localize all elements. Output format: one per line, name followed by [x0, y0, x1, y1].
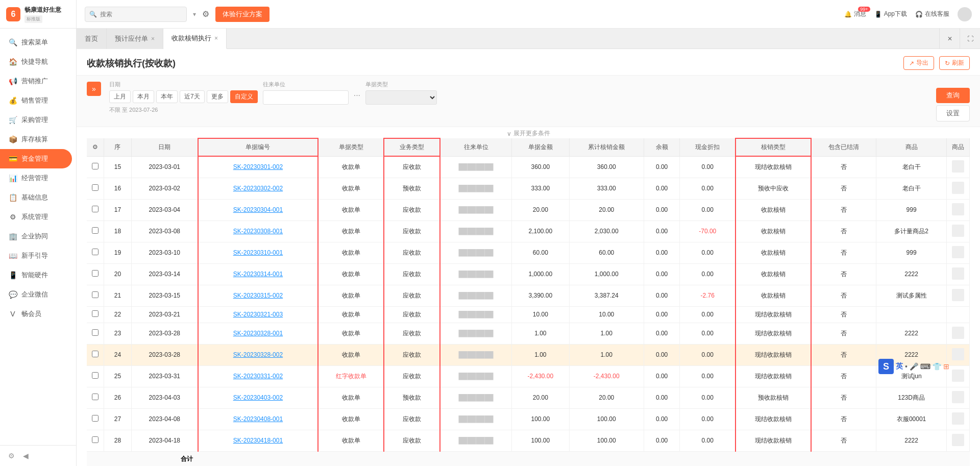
search-input[interactable]: [100, 11, 182, 18]
filter-actions: 查询 设置: [936, 88, 970, 121]
sidebar-item-hardware[interactable]: 📱 智能硬件: [0, 265, 76, 285]
cell-gear[interactable]: [87, 156, 104, 178]
collapse-icon[interactable]: ◀: [23, 452, 29, 460]
messages-btn[interactable]: 🔔 消息 99+: [844, 10, 866, 18]
avatar[interactable]: [958, 7, 972, 21]
cell-gear[interactable]: [87, 178, 104, 199]
sidebar-item-marketing[interactable]: 📢 营销推广: [0, 71, 76, 91]
voucher-no-link[interactable]: SK-20230308-001: [233, 228, 283, 235]
refresh-button[interactable]: ↻ 刷新: [939, 56, 970, 70]
tab-home[interactable]: 首页: [77, 29, 107, 49]
filter-this-year-btn[interactable]: 本年: [156, 90, 178, 103]
filter-last-month-btn[interactable]: 上月: [109, 90, 131, 103]
settings-icon[interactable]: ⚙: [8, 452, 15, 460]
cell-gear[interactable]: [87, 306, 104, 323]
cell-date: 2023-04-03: [131, 387, 198, 408]
filter-toggle-button[interactable]: »: [87, 82, 101, 96]
cell-gear[interactable]: [87, 285, 104, 306]
cell-gear[interactable]: [87, 242, 104, 263]
voucher-no-link[interactable]: SK-20230310-001: [233, 249, 283, 256]
cell-gear[interactable]: [87, 430, 104, 451]
col-gear[interactable]: ⚙: [87, 138, 104, 156]
tab-close-receivable[interactable]: ×: [214, 35, 218, 42]
voucher-no-link[interactable]: SK-20230331-002: [233, 373, 283, 380]
cell-seq: 23: [104, 323, 132, 344]
home-icon: 🏠: [8, 57, 17, 66]
sidebar-item-quicknav[interactable]: 🏠 快捷导航: [0, 52, 76, 71]
sidebar-item-system[interactable]: ⚙ 系统管理: [0, 207, 76, 227]
tab-close-prepay[interactable]: ×: [151, 35, 155, 42]
app-download-btn[interactable]: 📱 App下载: [874, 10, 907, 18]
cell-verify-amount: 60.00: [569, 242, 644, 263]
service-btn[interactable]: 🎧 在线客服: [915, 10, 949, 18]
col-goods-img: 商品: [947, 138, 970, 156]
cell-voucher-type: 收款单: [318, 408, 384, 430]
sidebar-item-purchase[interactable]: 🛒 采购管理: [0, 110, 76, 130]
maximize-btn[interactable]: ⛶: [960, 29, 980, 49]
voucher-no-link[interactable]: SK-20230321-003: [233, 311, 283, 318]
sidebar-item-search[interactable]: 🔍 搜索菜单: [0, 33, 76, 52]
cell-gear[interactable]: [87, 387, 104, 408]
sidebar-item-operations[interactable]: 📊 经营管理: [0, 168, 76, 188]
cell-date: 2023-03-28: [131, 323, 198, 344]
cell-gear[interactable]: [87, 199, 104, 220]
filter-counterpart-input[interactable]: [263, 90, 349, 105]
cell-include-settled: 否: [811, 344, 876, 365]
sidebar-item-inventory[interactable]: 📦 库存核算: [0, 130, 76, 149]
topbar: 🔍 ▾ ⚙ 体验行业方案 🔔 消息 99+ 📱 App下载 🎧 在线客服: [77, 0, 980, 29]
settings-icon[interactable]: ⚙: [202, 9, 209, 19]
cell-gear[interactable]: [87, 220, 104, 242]
voucher-no-link[interactable]: SK-20230301-002: [233, 163, 283, 170]
cell-gear[interactable]: [87, 323, 104, 344]
tab-receivable[interactable]: 收款核销执行 ×: [163, 29, 227, 49]
voucher-no-link[interactable]: SK-20230315-002: [233, 292, 283, 299]
voucher-no-link[interactable]: SK-20230403-002: [233, 394, 283, 401]
filter-voucher-type-select[interactable]: [365, 90, 437, 105]
chevron-down-icon[interactable]: ▾: [193, 11, 196, 18]
setting-button[interactable]: 设置: [936, 105, 970, 121]
table-container[interactable]: ⚙ 序 日期 单据编号 单据类型 业务类型 往来单位 单据金额 累计核销金额 余…: [77, 138, 980, 466]
sidebar-item-wechat[interactable]: 💬 企业微信: [0, 285, 76, 304]
filter-more-btn[interactable]: 更多: [207, 90, 228, 103]
sidebar-item-member[interactable]: V 畅会员: [0, 304, 76, 324]
cell-include-settled: 否: [811, 387, 876, 408]
member-icon: V: [8, 309, 17, 318]
cell-verify-amount: 2,030.00: [569, 220, 644, 242]
cell-gear[interactable]: [87, 408, 104, 430]
sidebar-item-guide[interactable]: 📖 新手引导: [0, 246, 76, 265]
sidebar-item-sales[interactable]: 💰 销售管理: [0, 91, 76, 110]
voucher-no-link[interactable]: SK-20230328-001: [233, 330, 283, 337]
cell-goods: 老白干: [876, 178, 947, 199]
voucher-no-link[interactable]: SK-20230304-001: [233, 206, 283, 213]
cell-verify-amount: 20.00: [569, 387, 644, 408]
voucher-no-link[interactable]: SK-20230302-002: [233, 185, 283, 192]
sidebar-item-basic[interactable]: 📋 基础信息: [0, 188, 76, 207]
cell-gear[interactable]: [87, 263, 104, 285]
sidebar-item-finance[interactable]: 💳 资金管理: [0, 149, 72, 168]
filter-7days-btn[interactable]: 近7天: [180, 90, 205, 103]
cell-gear[interactable]: [87, 365, 104, 387]
filter-custom-btn[interactable]: 自定义: [230, 90, 258, 103]
col-verify-amount: 累计核销金额: [569, 138, 644, 156]
industry-btn[interactable]: 体验行业方案: [215, 7, 270, 22]
voucher-no-link[interactable]: SK-20230314-001: [233, 271, 283, 278]
chart-icon: 📊: [8, 174, 17, 183]
filter-this-month-btn[interactable]: 本月: [133, 90, 154, 103]
expand-filter-button[interactable]: ∨ 展开更多条件: [507, 129, 550, 138]
cell-biz-type: 应收款: [384, 220, 440, 242]
voucher-no-link[interactable]: SK-20230408-001: [233, 415, 283, 423]
sidebar-item-corp[interactable]: 🏢 企业协同: [0, 227, 76, 246]
export-button[interactable]: ↗ 导出: [903, 56, 934, 70]
cell-balance: 0.00: [644, 387, 680, 408]
cell-cash-discount: 0.00: [680, 344, 736, 365]
page-content: 收款核销执行(按收款) ↗ 导出 ↻ 刷新 » 日期: [77, 49, 980, 466]
cell-date: 2023-04-08: [131, 408, 198, 430]
topbar-search-box[interactable]: 🔍: [85, 7, 187, 22]
voucher-no-link[interactable]: SK-20230418-001: [233, 437, 283, 444]
voucher-no-link[interactable]: SK-20230328-002: [233, 351, 283, 358]
cell-amount: 100.00: [512, 408, 570, 430]
close-tab-btn[interactable]: ✕: [939, 29, 960, 49]
cell-gear[interactable]: [87, 344, 104, 365]
tab-prepay[interactable]: 预计应付单 ×: [107, 29, 163, 49]
query-button[interactable]: 查询: [936, 88, 970, 103]
